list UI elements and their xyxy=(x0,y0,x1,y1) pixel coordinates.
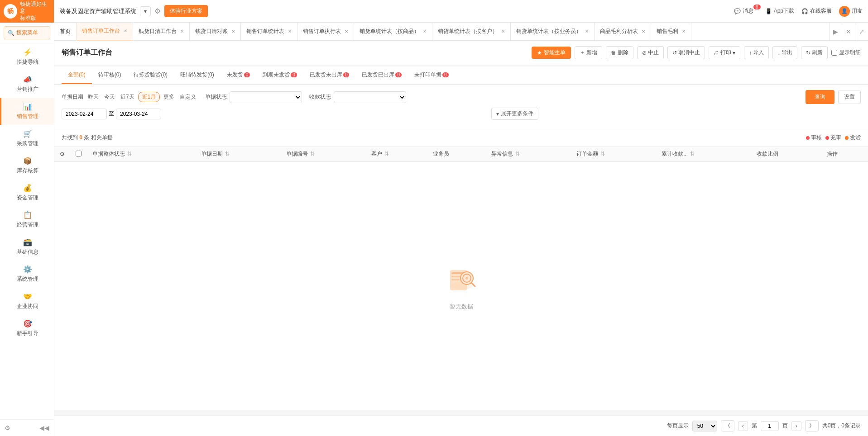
expand-conditions-button[interactable]: ▾ 展开更多条件 xyxy=(491,108,538,120)
sort-date-icon[interactable]: ⇅ xyxy=(225,151,230,157)
sort-abnormal-icon[interactable]: ⇅ xyxy=(515,151,520,157)
tab-daily-cash[interactable]: 钱货日清工作台 ✕ xyxy=(133,23,190,41)
sidebar-item-basic[interactable]: 🗃️ 基础信息 xyxy=(0,233,54,261)
pause-button[interactable]: ⊘ 中止 xyxy=(637,46,664,59)
tab-sales-stats-salesman[interactable]: 销货单统计表（按业务员） ✕ xyxy=(511,23,595,41)
sort-amount-icon[interactable]: ⇅ xyxy=(600,151,605,157)
tab-close-cash-inventory[interactable]: ✕ xyxy=(231,29,235,34)
sidebar-item-marketing[interactable]: 📣 营销推广 xyxy=(0,71,54,98)
status-select[interactable] xyxy=(230,91,302,103)
tab-close-daily-cash[interactable]: ✕ xyxy=(180,29,184,34)
sidebar-settings-button[interactable]: ⚙ xyxy=(5,424,10,431)
industry-solution-button[interactable]: 体验行业方案 xyxy=(164,5,208,17)
show-detail-label[interactable]: 显示明细 xyxy=(831,49,861,57)
filter-tab-pending-inspect[interactable]: 待拣货验货(0) xyxy=(127,66,174,84)
sort-status-icon[interactable]: ⇅ xyxy=(127,151,132,157)
tab-close-sales-profit[interactable]: ✕ xyxy=(682,29,686,34)
tab-close-sales-exec[interactable]: ✕ xyxy=(345,29,348,34)
search-menu-button[interactable]: 🔍 搜索菜单 xyxy=(4,26,50,39)
ship-action-button[interactable]: 发货 xyxy=(845,134,861,142)
tab-home[interactable]: 首页 xyxy=(54,23,77,41)
sort-number-icon[interactable]: ⇅ xyxy=(310,151,315,157)
date-to-input[interactable] xyxy=(116,109,161,119)
sidebar-item-guide[interactable]: 🎯 新手引导 xyxy=(0,315,54,342)
page-last-button[interactable]: 》 xyxy=(805,420,819,431)
tab-sales-profit[interactable]: 销售毛利 ✕ xyxy=(651,23,691,41)
tab-close-product-margin[interactable]: ✕ xyxy=(642,29,645,34)
tab-close-sales-stats[interactable]: ✕ xyxy=(288,29,292,34)
add-button[interactable]: ＋ 新增 xyxy=(575,46,602,59)
tab-close-all-button[interactable]: ✕ xyxy=(842,23,855,41)
sidebar-item-purchase[interactable]: 🛒 采购管理 xyxy=(0,125,54,152)
tab-sales-order-workbench[interactable]: 销售订单工作台 ✕ xyxy=(77,23,133,41)
tab-scroll-right-button[interactable]: ▶ xyxy=(829,23,842,41)
tab-sales-order-stats[interactable]: 销售订单统计表 ✕ xyxy=(241,23,297,41)
page-prev-button[interactable]: ‹ xyxy=(738,421,748,431)
system-dropdown-button[interactable]: ▾ xyxy=(140,6,151,16)
filter-tab-not-printed[interactable]: 未打印单据0 xyxy=(408,66,455,84)
date-btn-today[interactable]: 今天 xyxy=(102,92,117,102)
tab-close-customer-stats[interactable]: ✕ xyxy=(501,29,505,34)
date-btn-yesterday[interactable]: 昨天 xyxy=(86,92,101,102)
select-all-checkbox[interactable] xyxy=(76,151,82,156)
page-size-select[interactable]: 20 50 100 xyxy=(692,421,717,431)
th-settings[interactable]: ⚙ xyxy=(54,147,70,162)
date-from-input[interactable] xyxy=(62,109,107,119)
page-first-button[interactable]: 《 xyxy=(721,420,734,431)
filter-tab-shipped-no-out[interactable]: 已发货未出库0 xyxy=(303,66,356,84)
page-number-input[interactable] xyxy=(761,421,779,431)
filter-tab-all[interactable]: 全部(0) xyxy=(62,66,92,84)
sidebar-item-system[interactable]: ⚙️ 系统管理 xyxy=(0,261,54,288)
delete-button[interactable]: 🗑 删除 xyxy=(606,46,633,59)
show-detail-checkbox[interactable] xyxy=(831,50,837,56)
sidebar-item-quick-nav[interactable]: ⚡ 快捷导航 xyxy=(0,43,54,71)
export-button[interactable]: ↓ 导出 xyxy=(772,46,797,59)
topbar-settings-button[interactable]: ⚙ xyxy=(154,7,161,15)
filter-tab-wangpu-ship[interactable]: 旺铺待发货(0) xyxy=(174,66,221,84)
svg-rect-4 xyxy=(451,279,460,280)
tab-cash-inventory[interactable]: 钱货日清对账 ✕ xyxy=(190,23,241,41)
unreviewed-action-button[interactable]: 充审 xyxy=(825,134,841,142)
sort-customer-icon[interactable]: ⇅ xyxy=(384,151,389,157)
smart-create-button[interactable]: ★ 智能生单 xyxy=(532,47,571,59)
cancel-pause-button[interactable]: ↺ 取消中止 xyxy=(667,46,705,59)
import-button[interactable]: ↑ 导入 xyxy=(744,46,769,59)
user-item[interactable]: 👤 用友 xyxy=(839,6,863,17)
date-btn-custom[interactable]: 自定义 xyxy=(178,92,198,102)
date-btn-1month[interactable]: 近1月 xyxy=(138,92,160,102)
tab-sales-stats-customer[interactable]: 销货单统计表（按客户） ✕ xyxy=(432,23,511,41)
tab-close-sales-order[interactable]: ✕ xyxy=(124,28,127,33)
payment-select[interactable] xyxy=(334,91,406,103)
tab-close-product-stats[interactable]: ✕ xyxy=(423,29,427,34)
tab-maximize-button[interactable]: ⤢ xyxy=(855,23,868,41)
tab-close-salesman-stats[interactable]: ✕ xyxy=(585,29,589,34)
date-btn-more[interactable]: 更多 xyxy=(162,92,176,102)
tab-sales-order-exec[interactable]: 销售订单执行表 ✕ xyxy=(297,23,354,41)
sort-cumulative-icon[interactable]: ⇅ xyxy=(690,151,695,157)
sidebar-item-operations[interactable]: 📋 经营管理 xyxy=(0,206,54,233)
review-action-button[interactable]: 审核 xyxy=(806,134,822,142)
sidebar-item-sales[interactable]: 📊 销售管理 xyxy=(0,98,54,125)
filter-tab-not-shipped[interactable]: 未发货0 xyxy=(221,66,257,84)
th-checkbox[interactable] xyxy=(70,147,87,162)
page-next-button[interactable]: › xyxy=(791,421,801,431)
filter-tab-pending-review[interactable]: 待审核(0) xyxy=(92,66,128,84)
filter-tab-shipped-out[interactable]: 已发货已出库0 xyxy=(355,66,408,84)
date-btn-7days[interactable]: 近7天 xyxy=(119,92,136,102)
horizontal-scrollbar[interactable] xyxy=(54,410,868,415)
messages-item[interactable]: 💬 消息 6 xyxy=(734,7,758,15)
settings-button[interactable]: 设置 xyxy=(838,90,861,104)
sidebar-item-finance[interactable]: 💰 资金管理 xyxy=(0,179,54,206)
filter-tab-overdue[interactable]: 到期未发货0 xyxy=(256,66,303,84)
import-icon: ↑ xyxy=(749,50,752,56)
sidebar-item-inventory[interactable]: 📦 库存核算 xyxy=(0,152,54,179)
tab-product-margin[interactable]: 商品毛利分析表 ✕ xyxy=(595,23,651,41)
app-download-item[interactable]: 📱 App下载 xyxy=(765,7,794,15)
sidebar-collapse-button[interactable]: ◀◀ xyxy=(39,424,49,431)
print-button[interactable]: 🖨 打印 ▾ xyxy=(709,46,740,59)
sidebar-item-enterprise[interactable]: 🤝 企业协同 xyxy=(0,288,54,315)
online-service-item[interactable]: 🎧 在线客服 xyxy=(801,7,832,15)
query-button[interactable]: 查询 xyxy=(806,90,834,104)
refresh-button[interactable]: ↻ 刷新 xyxy=(801,46,828,59)
tab-sales-stats-product[interactable]: 销货单统计表（按商品） ✕ xyxy=(354,23,432,41)
